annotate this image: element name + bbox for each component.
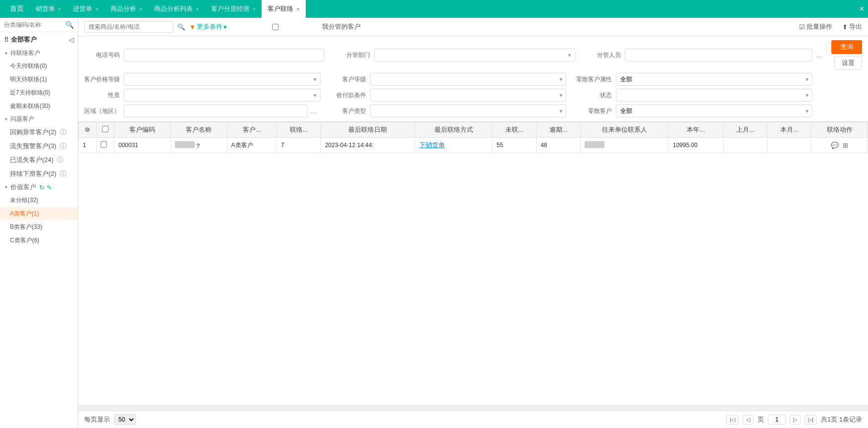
retail-filter: 零散客户 全部 ▼ [576, 105, 813, 117]
person-more-icon[interactable]: … [813, 51, 825, 59]
row-level: A类客户 [227, 138, 277, 153]
nav-tab-salesorder[interactable]: 销货单 × [30, 0, 67, 18]
close-salesorder-icon[interactable]: × [58, 6, 61, 12]
close-productanalysislist-icon[interactable]: × [196, 6, 199, 12]
checkbox-icon: ☑ [799, 23, 805, 31]
nav-tab-customercontact[interactable]: 客户联络 × [262, 0, 305, 18]
set-button[interactable]: 设置 [834, 56, 862, 70]
nav-tab-productanalysis[interactable]: 商品分析 × [105, 0, 148, 18]
home-tab[interactable]: 首页 [4, 0, 30, 18]
nature-select[interactable] [124, 89, 321, 102]
refresh-icon[interactable]: ↻ [39, 184, 45, 191]
sidebar-item-7days[interactable]: 近7天待联络(0) [0, 86, 78, 100]
nature-select-wrap: ▼ [124, 89, 321, 102]
sidebar-item-churn-warning[interactable]: 流失预警客户(3) ⓘ [0, 139, 78, 153]
select-all-checkbox[interactable] [102, 126, 108, 132]
close-customercontact-icon[interactable]: × [296, 6, 299, 12]
retail-attr-select-wrap: 全部 ▼ [616, 73, 813, 86]
top-nav: 首页 销货单 × 进货单 × 商品分析 × 商品分析列表 × 客户分层经营 × … [0, 0, 868, 18]
payment-select[interactable] [370, 89, 567, 102]
contact-person-blurred [585, 141, 604, 148]
all-customers-header[interactable]: ⠿ 全部客户 ◁ [0, 32, 78, 47]
content-area: 🔍 ▼ 更多条件 ▾ 我分管的客户 ☑ 批量操作 ⬆ 导出 [78, 18, 868, 428]
customer-level-filter: 客户等级 ▼ [330, 73, 567, 86]
sidebar-search-input[interactable] [4, 21, 65, 28]
close-productanalysis-icon[interactable]: × [139, 6, 142, 12]
last-date-th: 最后联络日期 [321, 122, 415, 138]
phone-input[interactable] [124, 49, 325, 61]
last-method-link[interactable]: 下销货单 [419, 141, 445, 149]
sidebar-search-icon: 🔍 [65, 21, 74, 29]
pending-contact-group[interactable]: 待联络客户 [0, 47, 78, 59]
query-button[interactable]: 查询 [831, 40, 862, 54]
value-customers-group[interactable]: 价值客户 ↻ ✎ [0, 181, 78, 194]
customer-type-select[interactable] [370, 105, 567, 117]
customer-level-select[interactable] [370, 73, 567, 86]
person-filter: 分管人员 … [585, 40, 825, 70]
more-filters-button[interactable]: ▼ 更多条件 ▾ [189, 22, 227, 31]
sidebar-item-overdue[interactable]: 逾期未联络(30) [0, 100, 78, 113]
prev-page-button[interactable]: ◁ [743, 415, 754, 425]
sidebar-item-churned[interactable]: 已流失客户(24) ⓘ [0, 153, 78, 167]
sidebar-item-today[interactable]: 今天待联络(0) [0, 59, 78, 73]
page-input[interactable] [768, 415, 786, 425]
edit-icon[interactable]: ✎ [47, 184, 52, 191]
last-month-th: 上月... [723, 122, 767, 138]
qr-icon[interactable]: ⊞ [843, 142, 848, 149]
bulk-op-button[interactable]: ☑ 批量操作 [799, 22, 832, 31]
price-level-select[interactable] [124, 73, 321, 86]
my-customers-filter[interactable]: 我分管的客户 [231, 22, 361, 31]
last-page-button[interactable]: ▷| [805, 415, 817, 425]
uncontacted-th: 未联... [492, 122, 537, 138]
search-button[interactable]: 🔍 [177, 23, 185, 31]
per-page-select[interactable]: 50 [114, 414, 136, 425]
payment-label: 收付款条件 [330, 91, 370, 100]
customer-type-label: 客户类型 [330, 107, 370, 115]
settings-th[interactable]: ⚙ [79, 122, 97, 138]
next-page-button[interactable]: ▷ [790, 415, 801, 425]
close-all-icon[interactable]: × [860, 4, 864, 13]
close-purchaseorder-icon[interactable]: × [95, 6, 98, 12]
sidebar-collapse-icon[interactable]: ◁ [69, 36, 74, 44]
region-more-icon[interactable]: … [308, 107, 321, 115]
retail-select[interactable]: 全部 [616, 105, 813, 117]
table-footer: 每页显示 50 |◁ ◁ 页 ▷ ▷| 共1页 1条记录 [78, 411, 868, 428]
nav-tab-customersegment[interactable]: 客户分层经营 × [205, 0, 262, 18]
sidebar-item-declining[interactable]: 持续下滑客户(2) ⓘ [0, 167, 78, 181]
filter-bar: 🔍 ▼ 更多条件 ▾ 我分管的客户 ☑ 批量操作 ⬆ 导出 [78, 18, 868, 36]
retail-attr-select[interactable]: 全部 [616, 73, 813, 86]
region-label: 区域（地区） [84, 107, 124, 115]
search-icon: 🔍 [177, 23, 185, 31]
sidebar-item-tomorrow[interactable]: 明天待联络(1) [0, 73, 78, 86]
search-input[interactable] [84, 21, 173, 33]
horizontal-scrollbar[interactable] [78, 405, 868, 411]
sidebar-item-c-class[interactable]: C类客户(6) [0, 234, 78, 247]
customer-level-select-wrap: ▼ [370, 73, 567, 86]
chat-icon[interactable]: 💬 [831, 142, 839, 149]
status-select[interactable] [616, 89, 813, 102]
price-level-label: 客户价格等级 [84, 75, 124, 84]
dept-select[interactable] [374, 49, 575, 61]
my-customers-checkbox[interactable] [231, 24, 320, 30]
region-input[interactable] [124, 105, 308, 117]
row-last-date: 2023-04-12 14:44: [321, 138, 415, 153]
check-th[interactable] [97, 122, 114, 138]
export-button[interactable]: ⬆ 导出 [842, 22, 862, 31]
close-customersegment-icon[interactable]: × [253, 6, 256, 12]
sidebar-item-repurchase-abnormal[interactable]: 回购异常客户(2) ⓘ [0, 125, 78, 139]
advanced-filters: 电话号码 分管部门 ▼ 分管人员 [78, 36, 868, 122]
problem-customers-group[interactable]: 问题客户 [0, 113, 78, 125]
sidebar-item-b-class[interactable]: B类客户(33) [0, 220, 78, 234]
sidebar-item-a-class[interactable]: A类客户(1) [0, 207, 78, 220]
nav-tab-purchaseorder[interactable]: 进货单 × [67, 0, 104, 18]
nav-tab-productanalysislist[interactable]: 商品分析列表 × [148, 0, 205, 18]
row-checkbox[interactable] [101, 141, 107, 148]
sidebar: 🔍 ⠿ 全部客户 ◁ 待联络客户 今天待联络(0) 明天待联络(1) 近7天待联… [0, 18, 78, 428]
sidebar-item-ungrouped[interactable]: 未分组(32) [0, 194, 78, 207]
contact-count-th: 联络... [277, 122, 321, 138]
person-input[interactable] [625, 49, 813, 61]
filter-btn-group: 查询 设置 [825, 40, 862, 70]
first-page-button[interactable]: |◁ [726, 415, 739, 425]
info-icon-2: ⓘ [57, 156, 63, 163]
row-this-month [767, 138, 812, 153]
